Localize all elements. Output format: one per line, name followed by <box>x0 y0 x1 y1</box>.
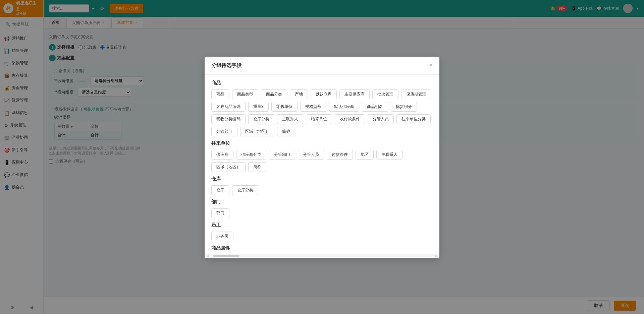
field-tags-employee: 业务员 <box>211 232 433 241</box>
section-title-goods: 商品 <box>211 80 433 86</box>
field-tag-业务员[interactable]: 业务员 <box>211 232 233 241</box>
dialog-body: 商品商品商品类型商品分类产地默认仓库主要供应商批次管理保质期管理客户商品编码重量… <box>205 75 439 254</box>
field-tag-保质期管理[interactable]: 保质期管理 <box>401 89 431 99</box>
section-title-department: 部门 <box>211 199 433 205</box>
dialog-close-btn[interactable]: × <box>429 62 433 69</box>
field-tag-客户商品编码[interactable]: 客户商品编码 <box>211 102 246 112</box>
field-tag-地区[interactable]: 地区 <box>356 150 374 160</box>
section-title-partner: 往来单位 <box>211 140 433 146</box>
field-tag-分管部门[interactable]: 分管部门 <box>211 127 237 136</box>
field-tags-warehouse: 仓库仓库分类 <box>211 185 433 195</box>
field-tag-默认供应商[interactable]: 默认供应商 <box>329 102 359 112</box>
field-tag-分管人员[interactable]: 分管人员 <box>298 150 324 160</box>
field-tag-仓库[interactable]: 仓库 <box>211 185 229 195</box>
field-tag-商品类型[interactable]: 商品类型 <box>232 89 258 99</box>
field-tags-department: 部门 <box>211 208 433 218</box>
section-title-employee: 员工 <box>211 222 433 228</box>
field-tag-批次管理[interactable]: 批次管理 <box>372 89 398 99</box>
field-tag-简称[interactable]: 简称 <box>277 127 295 136</box>
dialog-overlay: 分组待选字段 × 商品商品商品类型商品分类产地默认仓库主要供应商批次管理保质期管… <box>0 0 644 314</box>
field-tag-主联系人[interactable]: 主联系人 <box>376 150 402 160</box>
field-tag-零售单位[interactable]: 零售单位 <box>271 102 298 112</box>
dialog-title: 分组待选字段 <box>211 62 241 69</box>
field-tag-仓库分类[interactable]: 仓库分类 <box>232 185 258 195</box>
field-tag-简称[interactable]: 简称 <box>248 162 266 172</box>
field-tag-产地[interactable]: 产地 <box>290 89 308 99</box>
field-tag-仓库分类[interactable]: 仓库分类 <box>248 114 274 124</box>
field-tag-区域（地区）[interactable]: 区域（地区） <box>211 162 246 172</box>
dialog-hscroll[interactable]: ◄ ► <box>205 254 439 258</box>
field-tag-默认仓库[interactable]: 默认仓库 <box>311 89 337 99</box>
field-select-dialog: 分组待选字段 × 商品商品商品类型商品分类产地默认仓库主要供应商批次管理保质期管… <box>205 57 439 258</box>
field-tag-供应商[interactable]: 供应商 <box>211 150 233 160</box>
field-tag-重量3[interactable]: 重量3 <box>248 102 269 112</box>
field-tag-商品分类[interactable]: 商品分类 <box>261 89 287 99</box>
field-tag-部门[interactable]: 部门 <box>211 208 229 218</box>
field-tag-商品[interactable]: 商品 <box>211 89 229 99</box>
section-title-product-attr: 商品属性 <box>211 245 433 251</box>
field-tag-分管人员[interactable]: 分管人员 <box>368 114 394 124</box>
field-tag-主联系人[interactable]: 主联系人 <box>277 114 303 124</box>
field-tag-付款条件[interactable]: 付款条件 <box>327 150 353 160</box>
field-tag-商品别名[interactable]: 商品别名 <box>362 102 388 112</box>
field-tag-主要供应商[interactable]: 主要供应商 <box>339 89 370 99</box>
section-title-warehouse: 仓库 <box>211 176 433 182</box>
field-tag-拣货积分[interactable]: 拣货积分 <box>391 102 417 112</box>
field-tags-partner: 供应商供应商分类分管部门分管人员付款条件地区主联系人区域（地区）简称 <box>211 150 433 172</box>
field-tag-往来单位分类[interactable]: 往来单位分类 <box>396 114 431 124</box>
field-tag-规格型号[interactable]: 规格型号 <box>300 102 326 112</box>
field-tag-结算单位[interactable]: 结算单位 <box>306 114 332 124</box>
field-tag-税收分类编码[interactable]: 税收分类编码 <box>211 114 246 124</box>
field-tag-区域（地区）[interactable]: 区域（地区） <box>240 127 274 136</box>
field-tag-供应商分类[interactable]: 供应商分类 <box>236 150 266 160</box>
field-tags-goods: 商品商品类型商品分类产地默认仓库主要供应商批次管理保质期管理客户商品编码重量3零… <box>211 89 433 136</box>
field-tag-收付款条件[interactable]: 收付款条件 <box>335 114 365 124</box>
dialog-header: 分组待选字段 × <box>205 57 439 75</box>
field-tag-分管部门[interactable]: 分管部门 <box>269 150 295 160</box>
